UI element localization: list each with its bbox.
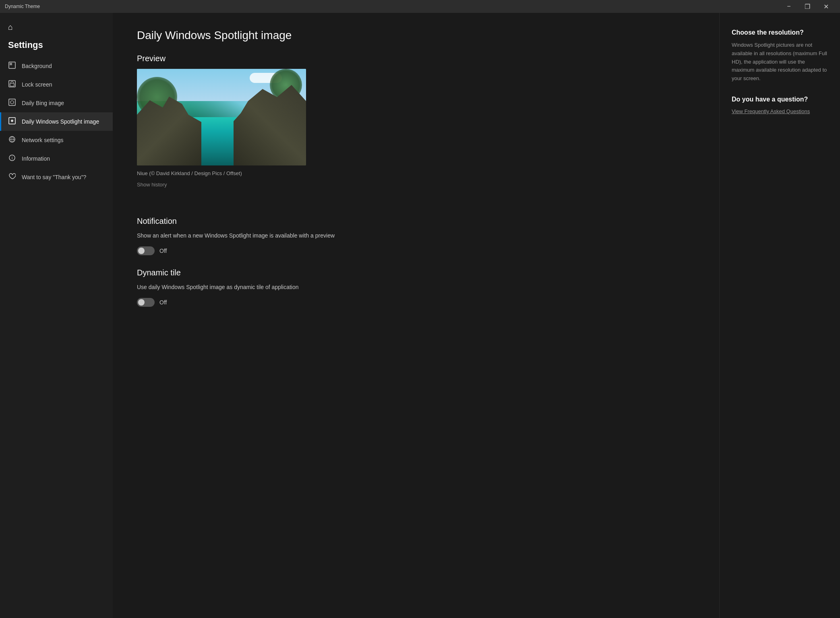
sidebar-home[interactable]: ⌂ [0,19,113,40]
sidebar-item-daily-bing-label: Daily Bing image [22,100,64,106]
background-icon [8,62,16,70]
sidebar-item-network-settings-label: Network settings [22,137,63,143]
app-title: Dynamic Theme [5,4,40,9]
content-area: Daily Windows Spotlight image Preview Ni… [113,13,840,618]
notification-description: Show an alert when a new Windows Spotlig… [137,231,695,240]
notification-toggle-row: Off [137,246,695,255]
notification-heading: Notification [137,217,695,226]
home-icon[interactable]: ⌂ [8,23,13,31]
minimize-button[interactable]: − [780,0,798,13]
thank-you-icon [8,173,16,182]
information-icon: i [8,154,16,163]
dynamic-tile-toggle-row: Off [137,298,695,307]
daily-spotlight-icon [8,117,16,126]
app-body: ⌂ Settings Background Lock screen [0,13,840,618]
svg-rect-3 [10,83,14,86]
notification-toggle-label: Off [159,248,167,254]
image-caption: Niue (© David Kirkland / Design Pics / O… [137,170,695,176]
page-title: Daily Windows Spotlight image [137,29,695,42]
sidebar-item-background-label: Background [22,63,52,69]
sidebar-item-lock-screen-label: Lock screen [22,81,52,88]
svg-point-7 [11,120,13,122]
sidebar-item-thank-you[interactable]: Want to say "Thank you"? [0,168,113,186]
dynamic-tile-heading: Dynamic tile [137,268,695,277]
sidebar-item-network-settings[interactable]: Network settings [0,131,113,149]
sidebar-item-information[interactable]: i Information [0,149,113,168]
dynamic-tile-description: Use daily Windows Spotlight image as dyn… [137,283,695,291]
sidebar-item-daily-bing[interactable]: Daily Bing image [0,94,113,112]
resolution-section: Choose the resolution? Windows Spotlight… [732,29,828,83]
svg-text:i: i [12,156,12,160]
window-controls: − ❐ ✕ [780,0,835,13]
notification-section: Notification Show an alert when a new Wi… [137,217,695,255]
faq-section: Do you have a question? View Frequently … [732,96,828,114]
right-panel: Choose the resolution? Windows Spotlight… [719,13,840,618]
resolution-title: Choose the resolution? [732,29,828,36]
preview-heading: Preview [137,54,695,63]
dynamic-tile-toggle[interactable] [137,298,155,307]
lock-screen-icon [8,80,16,89]
faq-title: Do you have a question? [732,96,828,103]
preview-section: Preview Niue (© David Kirkland / Design … [137,54,695,204]
main-content: Daily Windows Spotlight image Preview Ni… [113,13,719,618]
resolution-text: Windows Spotlight pictures are not avail… [732,41,828,83]
sidebar-item-information-label: Information [22,155,50,162]
maximize-button[interactable]: ❐ [798,0,817,13]
sidebar: ⌂ Settings Background Lock screen [0,13,113,618]
sidebar-item-thank-you-label: Want to say "Thank you"? [22,174,86,180]
show-history-link[interactable]: Show history [137,182,167,188]
svg-rect-4 [9,99,15,105]
dynamic-tile-section: Dynamic tile Use daily Windows Spotlight… [137,268,695,307]
sidebar-item-lock-screen[interactable]: Lock screen [0,75,113,94]
notification-toggle[interactable] [137,246,155,255]
close-button[interactable]: ✕ [817,0,835,13]
svg-point-5 [10,101,14,104]
title-bar: Dynamic Theme − ❐ ✕ [0,0,840,13]
dynamic-tile-toggle-label: Off [159,299,167,306]
faq-link[interactable]: View Frequently Asked Questions [732,108,810,114]
sidebar-item-daily-spotlight-label: Daily Windows Spotlight image [22,118,99,125]
sidebar-item-daily-spotlight[interactable]: Daily Windows Spotlight image [0,112,113,131]
sidebar-item-background[interactable]: Background [0,57,113,75]
preview-image [137,69,306,165]
daily-bing-icon [8,99,16,107]
svg-rect-1 [10,63,12,65]
sidebar-heading: Settings [0,40,113,57]
network-icon [8,136,16,145]
